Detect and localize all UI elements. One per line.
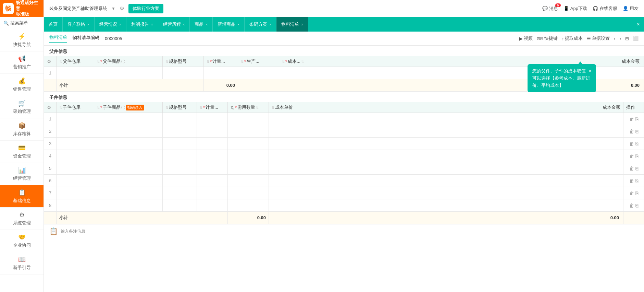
parent-col-settings[interactable]: ⚙ xyxy=(44,56,57,67)
sidebar-item-marketing[interactable]: 📢 营销推广 xyxy=(0,51,44,74)
sidebar-item-sales[interactable]: 💰 销售管理 xyxy=(0,74,44,96)
child-cost-price-cell[interactable] xyxy=(269,138,310,150)
delete-icon[interactable]: 🗑 xyxy=(629,153,634,159)
sidebar-item-guide[interactable]: 📖 新手引导 xyxy=(0,252,44,275)
system-dropdown[interactable]: ▼ xyxy=(111,6,115,11)
child-cost-price-cell[interactable] xyxy=(269,113,310,125)
close-icon[interactable]: × xyxy=(269,23,271,26)
delete-icon[interactable]: 🗑 xyxy=(629,166,634,171)
user-button[interactable]: 👤 用友 xyxy=(623,5,639,12)
child-cost-price-cell[interactable] xyxy=(269,187,310,199)
sidebar-item-finance[interactable]: 💳 资金管理 xyxy=(0,141,44,163)
parent-unit-cell[interactable] xyxy=(204,67,238,79)
service-button[interactable]: 🎧 在线客服 xyxy=(593,5,617,12)
sidebar-item-system[interactable]: ⚙ 系统管理 xyxy=(0,208,44,230)
child-spec-cell[interactable] xyxy=(163,187,197,199)
grid-view-button[interactable]: ⊞ xyxy=(625,36,629,41)
child-goods-cell[interactable] xyxy=(94,150,163,162)
child-goods-cell[interactable] xyxy=(94,199,163,212)
child-cost-price-cell[interactable] xyxy=(269,162,310,175)
copy-icon[interactable]: ⎘ xyxy=(635,129,638,134)
child-qty-cell[interactable] xyxy=(228,138,269,150)
child-unit-cell[interactable] xyxy=(197,113,228,125)
child-qty-cell[interactable] xyxy=(228,150,269,162)
child-goods-cell[interactable] xyxy=(94,113,163,125)
child-unit-cell[interactable] xyxy=(197,162,228,175)
parent-goods-cell[interactable] xyxy=(94,67,163,79)
child-spec-cell[interactable] xyxy=(163,138,197,150)
child-spec-cell[interactable] xyxy=(163,175,197,187)
tooltip-close-button[interactable]: × xyxy=(589,68,591,75)
sidebar-item-operation[interactable]: 📊 经营管理 xyxy=(0,163,44,185)
tab-home[interactable]: 首页 xyxy=(44,17,63,32)
child-goods-cell[interactable] xyxy=(94,162,163,175)
parent-spec-cell[interactable] xyxy=(163,67,204,79)
copy-icon[interactable]: ⎘ xyxy=(635,203,638,208)
sidebar-item-cooperation[interactable]: 🤝 企业协同 xyxy=(0,230,44,252)
delete-icon[interactable]: 🗑 xyxy=(629,190,634,196)
copy-icon[interactable]: ⎘ xyxy=(635,116,638,122)
shortcut-button[interactable]: ⌨ 快捷键 xyxy=(537,35,558,42)
child-unit-cell[interactable] xyxy=(197,175,228,187)
child-goods-cell[interactable] xyxy=(94,138,163,150)
delete-icon[interactable]: 🗑 xyxy=(629,178,634,184)
nav-prev-button[interactable]: ‹ xyxy=(614,36,615,41)
tab-customer[interactable]: 客户联络 × xyxy=(63,17,95,32)
app-download-button[interactable]: 📱 App下载 xyxy=(564,5,587,12)
settings-icon[interactable]: ⚙ xyxy=(47,59,51,64)
page-tab-code[interactable]: 物料清单编码 xyxy=(73,35,99,42)
child-spec-cell[interactable] xyxy=(163,113,197,125)
page-tab-bom[interactable]: 物料清单 xyxy=(49,34,67,43)
single-settings-button[interactable]: ☰ 单据设置 xyxy=(587,35,610,42)
child-goods-cell[interactable] xyxy=(94,175,163,187)
close-icon[interactable]: × xyxy=(87,23,89,26)
child-unit-cell[interactable] xyxy=(197,150,228,162)
parent-cost-cell[interactable] xyxy=(279,67,320,79)
copy-icon[interactable]: ⎘ xyxy=(635,153,638,159)
close-icon[interactable]: × xyxy=(237,23,239,26)
close-icon[interactable]: × xyxy=(119,23,121,26)
parent-production-cell[interactable] xyxy=(238,67,279,79)
child-qty-cell[interactable] xyxy=(228,175,269,187)
child-warehouse-cell[interactable] xyxy=(57,150,94,162)
child-col-settings[interactable]: ⚙ xyxy=(44,102,57,113)
child-cost-price-cell[interactable] xyxy=(269,199,310,212)
close-icon[interactable]: × xyxy=(151,23,153,26)
copy-icon[interactable]: ⎘ xyxy=(635,166,638,171)
child-spec-cell[interactable] xyxy=(163,162,197,175)
child-spec-cell[interactable] xyxy=(163,150,197,162)
sidebar-item-basic[interactable]: 📋 基础信息 xyxy=(0,185,44,208)
child-goods-cell[interactable] xyxy=(94,187,163,199)
tab-operation-status[interactable]: 经营情况 × xyxy=(95,17,126,32)
close-icon[interactable]: × xyxy=(301,23,303,26)
child-warehouse-cell[interactable] xyxy=(57,138,94,150)
close-icon[interactable]: × xyxy=(206,23,208,26)
settings-icon[interactable]: ⚙ xyxy=(47,105,51,110)
sidebar-item-inventory[interactable]: 📦 库存核算 xyxy=(0,118,44,141)
nav-close-button[interactable]: × xyxy=(633,21,644,27)
parent-warehouse-cell[interactable] xyxy=(57,67,94,79)
copy-icon[interactable]: ⎘ xyxy=(635,141,638,147)
delete-icon[interactable]: 🗑 xyxy=(629,129,634,134)
child-unit-cell[interactable] xyxy=(197,138,228,150)
extract-cost-button[interactable]: ↑ 提取成本 xyxy=(562,35,583,42)
delete-icon[interactable]: 🗑 xyxy=(629,116,634,122)
gear-icon[interactable]: ⚙ xyxy=(120,5,124,12)
close-icon[interactable]: × xyxy=(183,23,185,26)
child-warehouse-cell[interactable] xyxy=(57,125,94,138)
tab-barcode[interactable]: 条码方案 × xyxy=(245,17,276,32)
tab-goods[interactable]: 商品 × xyxy=(190,17,213,32)
delete-icon[interactable]: 🗑 xyxy=(629,141,634,147)
note-label[interactable]: 输入备注信息 xyxy=(61,229,85,234)
child-warehouse-cell[interactable] xyxy=(57,187,94,199)
tab-new-goods[interactable]: 新增商品 × xyxy=(213,17,245,32)
delete-icon[interactable]: 🗑 xyxy=(629,203,634,208)
child-cost-price-cell[interactable] xyxy=(269,125,310,138)
sidebar-search[interactable]: 🔍 搜索菜单 xyxy=(0,17,44,29)
child-qty-cell[interactable] xyxy=(228,162,269,175)
copy-icon[interactable]: ⎘ xyxy=(635,178,638,184)
message-button[interactable]: 💬 6 消息 xyxy=(542,5,558,12)
note-icon[interactable]: 📋 xyxy=(49,227,58,235)
sidebar-item-quicknav[interactable]: ⚡ 快捷导航 xyxy=(0,29,44,51)
tab-history[interactable]: 经营历程 × xyxy=(158,17,190,32)
